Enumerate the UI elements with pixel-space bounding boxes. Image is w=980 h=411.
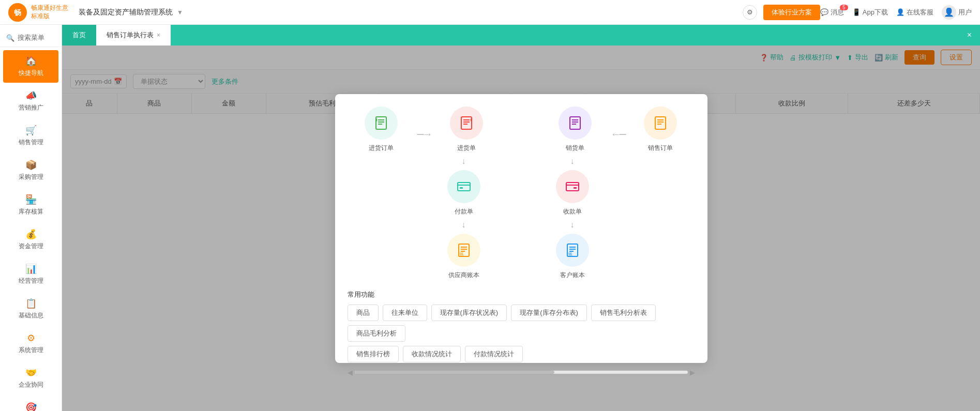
receipt-bill-label: 收款单 — [563, 207, 582, 216]
online-service-btn[interactable]: 👤 在线客服 — [896, 8, 933, 17]
sidebar-item-label: 采购管理 — [19, 173, 43, 181]
user-area[interactable]: 👤 用户 — [942, 5, 972, 20]
svg-rect-23 — [574, 187, 577, 189]
logo-icon: 畅 — [8, 3, 27, 22]
guide-scrollbar[interactable]: ◀ ▶ — [348, 369, 695, 376]
payment-bill-label: 付款单 — [455, 207, 473, 216]
app-icon: 📱 — [852, 8, 861, 16]
purchase-order-circle — [365, 106, 398, 140]
user-name: 用户 — [958, 8, 972, 17]
sidebar-item-operations[interactable]: 📊 经营管理 — [3, 258, 58, 291]
flow-item-supplier-ledger[interactable]: 账 供应商账本 — [430, 234, 497, 280]
func-btn-stock-dist[interactable]: 现存量(库存分布表) — [511, 305, 587, 321]
flow-item-sales-bill[interactable]: 销货单 — [541, 106, 609, 153]
sidebar-item-label: 快捷导航 — [19, 69, 43, 78]
func-btn-stock-status[interactable]: 现存量(库存状况表) — [431, 305, 507, 321]
sidebar-item-marketing[interactable]: 📣 营销推广 — [3, 85, 58, 117]
flow-item-payment-bill[interactable]: 付款单 — [430, 170, 497, 216]
sidebar-item-label: 系统管理 — [19, 346, 43, 355]
svg-rect-10 — [570, 117, 580, 129]
settings-icon-btn[interactable]: ⚙ — [743, 5, 757, 20]
content-area: 首页 销售订单执行表 × × ❓ 帮助 🖨 按模板打印 ▼ — [62, 25, 980, 411]
guide-panel: 进货订单 - - -→ 进货单 — [335, 94, 707, 363]
customer-ledger-label: 客户账本 — [560, 271, 585, 280]
func-btn-payment-stats[interactable]: 付款情况统计 — [465, 346, 523, 362]
flow-item-purchase-bill[interactable]: 进货单 — [433, 106, 500, 153]
svg-rect-21 — [566, 182, 579, 191]
flow-item-receipt-bill[interactable]: 收款单 — [539, 170, 606, 216]
logo-text: 畅康通好生意 标准版 — [31, 4, 68, 20]
app-download-btn[interactable]: 📱 App下载 — [852, 8, 888, 17]
func-btn-sales-rank[interactable]: 销售排行榜 — [348, 346, 399, 362]
marketing-icon: 📣 — [25, 90, 37, 101]
flow-item-customer-ledger[interactable]: 账 客户账本 — [539, 234, 606, 280]
message-badge: 5 — [840, 5, 848, 10]
service-icon: 👤 — [896, 8, 904, 16]
sidebar-item-quick-nav[interactable]: 🏠 快捷导航 — [3, 50, 58, 83]
sidebar-item-newbie[interactable]: 🎯 新手引导 — [3, 397, 58, 411]
sidebar-item-system[interactable]: ⚙ 系统管理 — [3, 327, 58, 360]
sales-order-circle — [644, 106, 677, 140]
func-btns-row2: 销售排行榜 收款情况统计 付款情况统计 — [348, 346, 695, 362]
svg-rect-20 — [460, 187, 463, 189]
scroll-left-icon[interactable]: ◀ — [348, 369, 353, 376]
func-btn-sales-gross[interactable]: 销售毛利分析表 — [591, 305, 656, 321]
common-funcs-title: 常用功能 — [348, 290, 695, 299]
svg-rect-18 — [458, 182, 470, 191]
sidebar-item-basic-info[interactable]: 📋 基础信息 — [3, 293, 58, 325]
sales-exec-tab-label: 销售订单执行表 — [107, 31, 154, 40]
receipt-bill-circle — [556, 170, 589, 203]
system-title-text: 装备及固定资产辅助管理系统 — [79, 8, 173, 17]
svg-text:账: 账 — [460, 252, 464, 256]
svg-rect-6 — [461, 117, 472, 129]
message-btn[interactable]: 💬 消息 5 — [820, 8, 844, 17]
service-label: 在线客服 — [907, 8, 933, 17]
scroll-right-icon[interactable]: ▶ — [690, 369, 695, 376]
basic-info-icon: 📋 — [25, 298, 37, 309]
purchase-icon: 📦 — [25, 159, 37, 171]
arrow-po-pb: - - -→ — [417, 128, 431, 140]
tab-close-icon[interactable]: × — [157, 32, 160, 39]
tab-bar-close-btn[interactable]: × — [959, 31, 980, 40]
purchase-order-label: 进货订单 — [369, 144, 394, 153]
flow-item-purchase-order[interactable]: 进货订单 — [348, 106, 415, 153]
newbie-icon: 🎯 — [25, 402, 37, 411]
arrow-pb-down: ↓ — [462, 157, 466, 166]
scrollbar-track[interactable] — [355, 371, 688, 374]
sidebar-item-sales[interactable]: 🛒 销售管理 — [3, 119, 58, 152]
common-funcs: 常用功能 商品 往来单位 现存量(库存状况表) 现存量(库存分布表) 销售毛利分… — [348, 290, 695, 362]
dropdown-arrow-icon[interactable]: ▼ — [177, 9, 183, 16]
quick-nav-icon: 🏠 — [25, 55, 37, 67]
svg-rect-14 — [655, 117, 666, 129]
sales-bill-label: 销货单 — [566, 144, 584, 153]
sidebar-item-enterprise[interactable]: 🤝 企业协同 — [3, 362, 58, 394]
func-btn-goods[interactable]: 商品 — [348, 305, 379, 321]
customer-ledger-circle: 账 — [556, 234, 589, 267]
system-icon: ⚙ — [27, 332, 35, 344]
arrow-rec-down: ↓ — [570, 220, 575, 230]
page-content: ❓ 帮助 🖨 按模板打印 ▼ ⬆ 导出 🔄 刷新 查询 设置 — [62, 45, 980, 411]
func-btn-goods-gross[interactable]: 商品毛利分析 — [348, 325, 405, 342]
sidebar-item-inventory[interactable]: 🏪 库存核算 — [3, 189, 58, 221]
header-right: 💬 消息 5 📱 App下载 👤 在线客服 👤 用户 — [820, 5, 972, 20]
sales-icon: 🛒 — [25, 125, 37, 136]
sidebar-item-label: 库存核算 — [19, 207, 43, 216]
sidebar: 🔍 搜索菜单 🏠 快捷导航 📣 营销推广 🛒 销售管理 📦 采购管理 🏪 库存核… — [0, 25, 62, 411]
sidebar-item-label: 经营管理 — [19, 277, 43, 285]
sidebar-item-label: 资金管理 — [19, 242, 43, 251]
arrow-sb-down: ↓ — [570, 157, 575, 166]
tab-home[interactable]: 首页 — [62, 25, 96, 45]
arrow-sb-so: ←- - - — [611, 128, 625, 140]
func-btn-partners[interactable]: 往来单位 — [383, 305, 427, 321]
search-menu-btn[interactable]: 🔍 搜索菜单 — [0, 29, 62, 47]
enterprise-icon: 🤝 — [25, 367, 37, 378]
tab-sales-exec[interactable]: 销售订单执行表 × — [96, 25, 171, 45]
sales-order-label: 销售订单 — [648, 144, 673, 153]
operations-icon: 📊 — [25, 263, 37, 275]
sidebar-item-finance[interactable]: 💰 资金管理 — [3, 223, 58, 256]
func-btn-receipt-stats[interactable]: 收款情况统计 — [403, 346, 461, 362]
try-btn[interactable]: 体验行业方案 — [763, 5, 820, 20]
svg-rect-2 — [376, 117, 386, 129]
sidebar-item-purchase[interactable]: 📦 采购管理 — [3, 154, 58, 187]
flow-item-sales-order[interactable]: 销售订单 — [627, 106, 694, 153]
